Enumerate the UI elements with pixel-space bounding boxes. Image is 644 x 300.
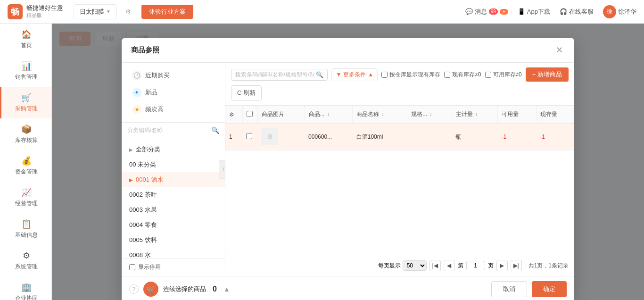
category-search-icon[interactable]: 🔍 [211, 126, 219, 134]
category-c0001-label: 0001 酒水 [136, 175, 164, 184]
sidebar-item-purchase[interactable]: 🛒 采购管理 [0, 87, 51, 118]
collapse-panel-button[interactable]: 《 [219, 160, 225, 179]
business-icon: 📈 [21, 187, 32, 198]
category-c0008[interactable]: 0008 水 [122, 248, 225, 258]
warehouse-stock-checkbox-label[interactable]: 按仓库显示现有库存 [381, 71, 440, 79]
messages-item[interactable]: 💬 消息 99 + [465, 8, 508, 16]
collapse-footer-icon[interactable]: ▲ [223, 285, 230, 293]
new-tab[interactable]: ✦ 新品 [127, 84, 219, 100]
show-disabled-checkbox[interactable] [129, 264, 135, 270]
trial-button[interactable]: 体验行业方案 [141, 5, 193, 19]
current-stock-checkbox-label[interactable]: 现有库存≠0 [444, 71, 481, 79]
table-row[interactable]: 1 图 000600... 白酒100ml 瓶 [225, 124, 574, 150]
warehouse-stock-checkbox[interactable] [381, 72, 388, 78]
username-label: 徐泽华 [618, 8, 636, 16]
row-image: 图 [257, 124, 305, 150]
col-available-header: 可用量 [498, 106, 537, 124]
modal-title: 商品参照 [131, 46, 159, 55]
last-page-button[interactable]: ▶| [511, 260, 522, 271]
current-stock-checkbox[interactable] [444, 72, 450, 78]
category-c0004[interactable]: 0004 零食 [122, 217, 225, 233]
spec-sort-icon: ↕ [430, 112, 432, 117]
nav-selector[interactable]: 日太阳膜 ▼ [74, 4, 117, 19]
sidebar-item-system[interactable]: ⚙ 系统管理 [0, 245, 51, 276]
product-search-icon[interactable]: 🔍 [316, 71, 323, 78]
sidebar-item-inventory[interactable]: 📦 库存核算 [0, 118, 51, 150]
sidebar-label-sales: 销售管理 [15, 73, 38, 81]
category-c0003[interactable]: 0003 水果 [122, 202, 225, 217]
logo-sub: 精品版 [26, 12, 63, 19]
basic-icon: 📋 [21, 219, 32, 229]
filter-label: 更多条件 [343, 71, 366, 79]
logo-text: 畅捷通好生意 [26, 4, 63, 12]
filter-button[interactable]: ▼ 更多条件 ▲ [331, 68, 378, 81]
cart-button[interactable]: 🛒 [143, 282, 158, 297]
add-product-button[interactable]: + 新增商品 [526, 67, 569, 82]
cancel-button[interactable]: 取消 [491, 281, 527, 297]
product-table-container: ⚙ 商品图片 商品... ↕ [225, 106, 574, 255]
select-all-checkbox[interactable] [247, 111, 253, 117]
per-page-dropdown[interactable]: 50 10 20 100 [403, 260, 427, 271]
col-image-header: 商品图片 [257, 106, 305, 124]
sidebar-label-business: 经营管理 [15, 200, 38, 208]
sidebar-item-basic[interactable]: 📋 基础信息 [0, 213, 51, 245]
user-item[interactable]: 徐 徐泽华 [603, 5, 636, 18]
category-search-input[interactable] [127, 127, 208, 133]
inventory-icon: 📦 [21, 124, 32, 134]
row-unit: 瓶 [452, 124, 497, 150]
prev-page-button[interactable]: ◀ [444, 260, 455, 271]
sidebar-item-home[interactable]: 🏠 首页 [0, 24, 51, 55]
gear-button[interactable]: ⚙ [121, 4, 136, 19]
col-code-header[interactable]: 商品... ↕ [305, 106, 353, 124]
available-stock-checkbox-label[interactable]: 可用库存≠0 [485, 71, 522, 79]
sidebar-label-basic: 基础信息 [15, 231, 38, 239]
first-page-button[interactable]: |◀ [429, 260, 441, 271]
online-service-item[interactable]: 🎧 在线客服 [560, 8, 594, 16]
category-all[interactable]: ▶ 全部分类 [122, 142, 225, 157]
filter-icon: ▼ [336, 71, 341, 78]
product-table: ⚙ 商品图片 商品... ↕ [225, 106, 574, 150]
new-label: 新品 [145, 88, 157, 97]
confirm-button[interactable]: 确定 [532, 281, 567, 297]
page-prefix-label: 第 [458, 262, 463, 270]
freq-tab[interactable]: ★ 频次高 [127, 101, 219, 117]
next-page-button[interactable]: ▶ [496, 260, 508, 271]
recent-tab[interactable]: 🕐 近期购买 [127, 67, 219, 83]
phone-icon: 📱 [518, 8, 525, 15]
sidebar-item-sales[interactable]: 📊 销售管理 [0, 55, 51, 87]
category-c0001[interactable]: ▶ 0001 酒水 [122, 172, 225, 187]
product-search-input[interactable] [235, 71, 314, 78]
col-spec-header[interactable]: 规格... ↕ [407, 106, 452, 124]
row-checkbox[interactable] [242, 124, 257, 150]
modal-header: 商品参照 ✕ [122, 38, 574, 63]
app-download-item[interactable]: 📱 App下载 [518, 8, 550, 16]
category-c0008-label: 0008 水 [129, 251, 151, 258]
nav-selector-label: 日太阳膜 [80, 8, 104, 16]
right-panel: 🔍 ▼ 更多条件 ▲ 按仓库显示现有库存 [225, 63, 574, 276]
col-name-header[interactable]: 商品名称 ↕ [353, 106, 407, 124]
sidebar-item-enterprise[interactable]: 🏢 企业协同 [0, 276, 51, 300]
col-unit-header[interactable]: 主计量 ↕ [452, 106, 497, 124]
freq-label: 频次高 [145, 105, 164, 114]
home-icon: 🏠 [21, 29, 32, 40]
available-stock-checkbox[interactable] [485, 72, 491, 78]
product-reference-modal: 商品参照 ✕ 🕐 近期购买 ✦ [122, 38, 574, 300]
sidebar-item-business[interactable]: 📈 经营管理 [0, 182, 51, 213]
category-c0002[interactable]: 0002 茶叶 [122, 187, 225, 202]
message-icon: 💬 [465, 8, 473, 15]
row-available: -1 [498, 124, 537, 150]
category-c00[interactable]: 00 未分类 [122, 157, 225, 172]
page-number-input[interactable] [466, 261, 485, 270]
row-stock: -1 [536, 124, 574, 150]
modal-close-button[interactable]: ✕ [553, 44, 565, 56]
col-settings[interactable]: ⚙ [225, 106, 242, 124]
logo-area: 畅 畅捷通好生意 精品版 [8, 4, 64, 19]
left-panel: 🕐 近期购买 ✦ 新品 ★ 频次高 [122, 63, 225, 276]
help-button[interactable]: ? [129, 284, 139, 294]
sidebar-item-finance[interactable]: 💰 资金管理 [0, 150, 51, 182]
row-spec [407, 124, 452, 150]
refresh-product-button[interactable]: C 刷新 [231, 85, 262, 100]
category-c0005[interactable]: 0005 饮料 [122, 233, 225, 248]
active-caret-icon: ▶ [129, 177, 133, 183]
row-select-checkbox[interactable] [246, 133, 252, 139]
